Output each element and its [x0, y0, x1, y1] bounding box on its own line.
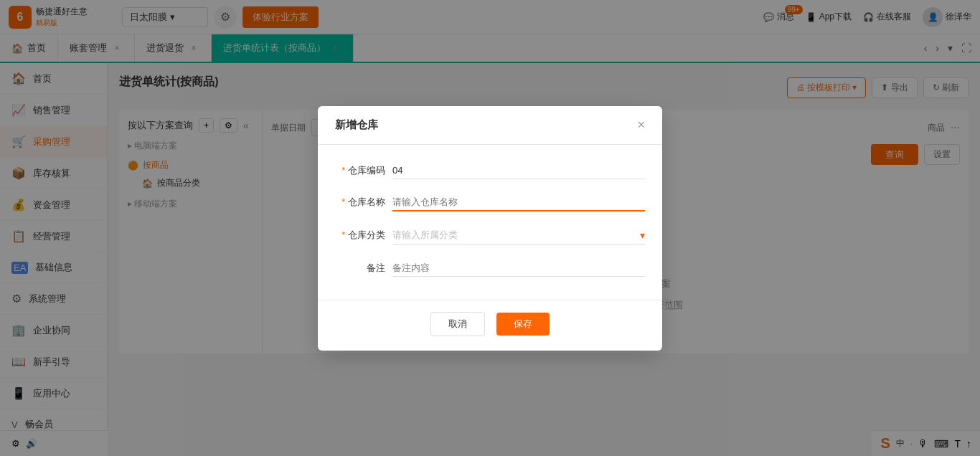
form-row-category: * 仓库分类 请输入所属分类 ▾	[335, 226, 645, 245]
modal-overlay: 新增仓库 × * 仓库编码 * 仓库名称	[0, 0, 980, 456]
form-row-code: * 仓库编码	[335, 162, 645, 179]
category-placeholder: 请输入所属分类	[392, 226, 640, 244]
warehouse-code-input[interactable]	[392, 162, 645, 179]
note-input[interactable]	[392, 260, 645, 277]
required-mark: *	[341, 196, 345, 207]
form-row-name: * 仓库名称	[335, 194, 645, 212]
required-mark: *	[341, 165, 345, 176]
save-button[interactable]: 保存	[496, 313, 550, 336]
modal-close-button[interactable]: ×	[637, 118, 645, 133]
note-label: 备注	[335, 262, 392, 275]
warehouse-name-input[interactable]	[392, 194, 645, 212]
code-label: * 仓库编码	[335, 164, 392, 177]
modal-header: 新增仓库 ×	[318, 106, 662, 145]
cancel-button[interactable]: 取消	[430, 312, 485, 336]
modal-body: * 仓库编码 * 仓库名称 * 仓库分类 请输入所属	[318, 145, 662, 300]
form-row-note: 备注	[335, 260, 645, 277]
chevron-down-icon: ▾	[640, 229, 645, 241]
modal-title: 新增仓库	[335, 118, 378, 132]
modal-footer: 取消 保存	[318, 300, 662, 351]
category-select-wrapper[interactable]: 请输入所属分类 ▾	[392, 226, 645, 245]
name-label: * 仓库名称	[335, 196, 392, 209]
add-warehouse-modal: 新增仓库 × * 仓库编码 * 仓库名称	[318, 106, 662, 351]
category-label: * 仓库分类	[335, 229, 392, 242]
required-mark: *	[341, 229, 345, 240]
